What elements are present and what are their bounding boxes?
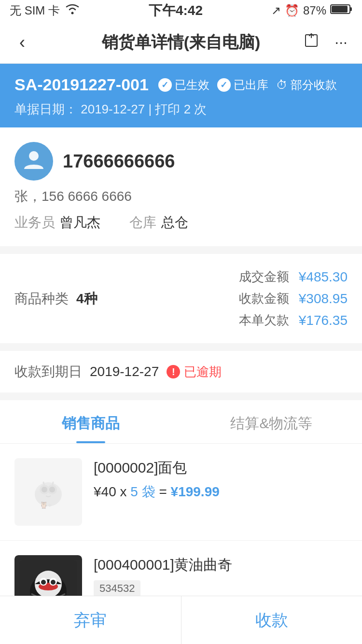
nav-bar: ‹ 销货单详情(来自电脑) ··· bbox=[0, 21, 362, 64]
salesperson-item: 业务员 曾凡杰 bbox=[14, 213, 100, 232]
deal-amount-row: 成交金额 ¥485.30 bbox=[239, 268, 348, 285]
svg-point-9 bbox=[42, 487, 47, 492]
due-label: 收款到期日 bbox=[14, 363, 82, 381]
location-icon: ↗ bbox=[271, 4, 281, 17]
product-name-1: [0000002]面包 bbox=[94, 458, 348, 478]
person-icon bbox=[23, 149, 44, 174]
product-count: 4种 bbox=[76, 290, 97, 308]
overdue-badge: ! 已逾期 bbox=[167, 364, 222, 380]
order-id: SA-20191227-001 bbox=[14, 75, 149, 94]
page-title: 销货单详情(来自电脑) bbox=[102, 31, 261, 54]
owed-amount-value: ¥176.35 bbox=[299, 313, 348, 328]
svg-point-5 bbox=[29, 151, 39, 161]
customer-info: 张，156 6666 6666 bbox=[14, 187, 348, 206]
status-shipped: ✓ 已出库 bbox=[217, 77, 268, 93]
summary-section: 商品种类 4种 成交金额 ¥485.30 收款金额 ¥308.95 本单欠款 ¥… bbox=[0, 254, 362, 343]
warehouse-item: 仓库 总仓 bbox=[129, 213, 188, 232]
product-type-label: 商品种类 bbox=[14, 290, 69, 308]
product-types: 商品种类 4种 bbox=[14, 268, 97, 329]
salesperson-label: 业务员 bbox=[14, 213, 55, 232]
order-header: SA-20191227-001 ✓ 已生效 ✓ 已出库 ⏱ 部分收款 单据日期：… bbox=[0, 64, 362, 127]
summary-grid: 商品种类 4种 成交金额 ¥485.30 收款金额 ¥308.95 本单欠款 ¥… bbox=[14, 268, 348, 329]
product-thumb-1: 🦉+ bbox=[14, 458, 82, 526]
deal-amount-value: ¥485.30 bbox=[299, 269, 348, 285]
order-date: 2019-12-27 bbox=[81, 102, 145, 116]
avatar bbox=[14, 142, 53, 181]
share-icon[interactable] bbox=[303, 32, 320, 53]
tab-products[interactable]: 销售商品 bbox=[0, 400, 181, 443]
svg-text:🦉+: 🦉+ bbox=[40, 501, 52, 509]
product-price-1: ¥40 x 5 袋 = ¥199.99 bbox=[94, 483, 348, 501]
print-info: | 打印 2 次 bbox=[148, 102, 207, 116]
owed-amount-label: 本单欠款 bbox=[239, 312, 289, 329]
product-item: 🦉+ [0000002]面包 ¥40 x 5 袋 = ¥199.99 bbox=[0, 444, 362, 541]
collect-payment-button[interactable]: 收款 bbox=[181, 596, 362, 644]
status-bar: 无 SIM 卡 下午4:42 ↗ ⏰ 87% bbox=[0, 0, 362, 21]
status-right: ↗ ⏰ 87% bbox=[271, 3, 352, 18]
tabs: 销售商品 结算&物流等 bbox=[0, 400, 362, 444]
status-time: 下午4:42 bbox=[149, 1, 203, 20]
more-icon[interactable]: ··· bbox=[334, 33, 348, 51]
svg-rect-3 bbox=[332, 6, 348, 13]
received-amount-label: 收款金额 bbox=[239, 290, 289, 307]
salesperson-value: 曾凡杰 bbox=[60, 213, 100, 232]
order-date-row: 单据日期： 2019-12-27 | 打印 2 次 bbox=[14, 101, 348, 118]
owed-amount-row: 本单欠款 ¥176.35 bbox=[239, 312, 348, 329]
amounts: 成交金额 ¥485.30 收款金额 ¥308.95 本单欠款 ¥176.35 bbox=[239, 268, 348, 329]
overdue-text: 已逾期 bbox=[184, 364, 222, 380]
wifi-icon bbox=[65, 4, 80, 17]
svg-point-18 bbox=[41, 580, 46, 585]
customer-section: 17666666666 张，156 6666 6666 业务员 曾凡杰 仓库 总… bbox=[0, 127, 362, 246]
warehouse-label: 仓库 bbox=[129, 213, 156, 232]
status-badges: ✓ 已生效 ✓ 已出库 ⏱ 部分收款 bbox=[158, 77, 337, 93]
tab-settlement[interactable]: 结算&物流等 bbox=[181, 400, 362, 443]
received-amount-row: 收款金额 ¥308.95 bbox=[239, 290, 348, 307]
alarm-icon: ⏰ bbox=[285, 4, 299, 17]
deal-amount-label: 成交金额 bbox=[239, 268, 289, 285]
product-tag-2: 534532 bbox=[94, 580, 140, 597]
customer-top: 17666666666 bbox=[14, 142, 348, 181]
svg-point-0 bbox=[71, 12, 74, 14]
due-date: 2019-12-27 bbox=[90, 364, 159, 379]
product-total-1: ¥199.99 bbox=[171, 484, 220, 499]
due-section: 收款到期日 2019-12-27 ! 已逾期 bbox=[0, 351, 362, 392]
customer-phone: 17666666666 bbox=[63, 151, 175, 172]
check-icon-1: ✓ bbox=[158, 78, 172, 92]
date-label: 单据日期： bbox=[14, 102, 77, 116]
sim-status: 无 SIM 卡 bbox=[10, 3, 60, 18]
received-amount-value: ¥308.95 bbox=[299, 291, 348, 307]
svg-point-10 bbox=[49, 487, 55, 492]
bottom-bar: 弃审 收款 bbox=[0, 596, 362, 644]
battery-level: 87% bbox=[303, 4, 326, 17]
back-button[interactable]: ‹ bbox=[14, 28, 30, 57]
svg-point-19 bbox=[51, 580, 56, 585]
status-effective: ✓ 已生效 bbox=[158, 77, 209, 93]
product-info-1: [0000002]面包 ¥40 x 5 袋 = ¥199.99 bbox=[94, 458, 348, 526]
warehouse-value: 总仓 bbox=[161, 213, 188, 232]
nav-actions: ··· bbox=[303, 32, 348, 53]
svg-rect-2 bbox=[350, 7, 352, 11]
status-partial-payment: ⏱ 部分收款 bbox=[276, 77, 337, 93]
product-qty-1: 5 袋 bbox=[130, 484, 159, 499]
overdue-icon: ! bbox=[167, 365, 180, 378]
battery-icon bbox=[330, 3, 352, 18]
check-icon-2: ✓ bbox=[217, 78, 231, 92]
customer-meta: 业务员 曾凡杰 仓库 总仓 bbox=[14, 213, 348, 232]
cancel-review-button[interactable]: 弃审 bbox=[0, 596, 181, 644]
status-left: 无 SIM 卡 bbox=[10, 3, 80, 18]
clock-icon: ⏱ bbox=[276, 78, 288, 92]
product-name-2: [000400001]黄油曲奇 bbox=[94, 555, 348, 575]
